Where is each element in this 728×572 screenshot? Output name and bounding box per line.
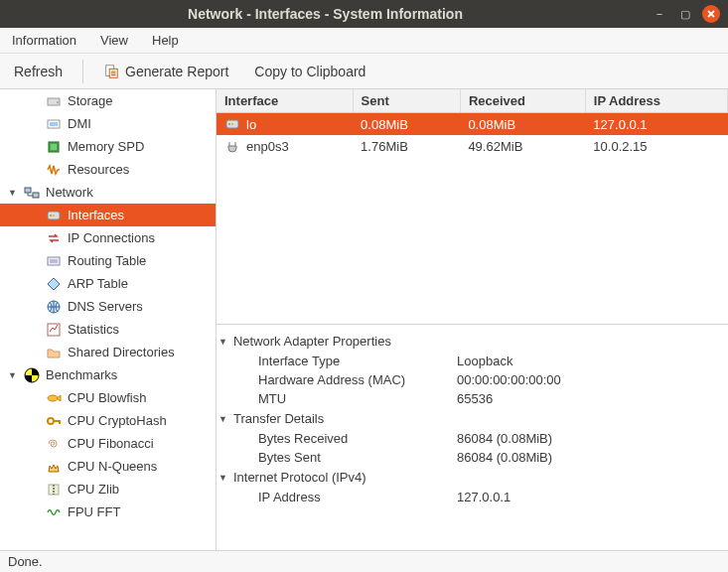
sidebar-item-fpu-fft[interactable]: FPU FFT — [0, 500, 216, 523]
zip-icon — [46, 482, 62, 498]
sidebar-item-interfaces[interactable]: Interfaces — [0, 204, 216, 226]
drive-icon — [46, 93, 62, 109]
sidebar-item-statistics[interactable]: Statistics — [0, 318, 216, 341]
sidebar-item-label: FPU FFT — [68, 504, 120, 519]
disclosure-triangle-icon: ▼ — [218, 473, 227, 483]
svg-rect-7 — [51, 144, 57, 150]
folder-icon — [46, 345, 62, 360]
sidebar-item-cpu-blowfish[interactable]: CPU Blowfish — [0, 386, 216, 409]
status-text: Done. — [8, 554, 43, 569]
arrows-icon — [46, 230, 62, 246]
sidebar-item-cpu-n-queens[interactable]: CPU N-Queens — [0, 455, 216, 478]
refresh-button[interactable]: Refresh — [8, 60, 69, 83]
property-row: MTU65536 — [218, 389, 726, 408]
properties-pane[interactable]: ▼Network Adapter PropertiesInterface Typ… — [217, 325, 728, 550]
table-row[interactable]: lo0.08MiB0.08MiB127.0.0.1 — [217, 113, 728, 136]
nic-icon — [46, 208, 62, 223]
expander-icon: ▼ — [8, 188, 18, 198]
sidebar-item-label: CPU Blowfish — [68, 390, 146, 405]
menubar: Information View Help — [0, 28, 728, 54]
generate-report-button[interactable]: Generate Report — [97, 60, 234, 83]
property-group-header[interactable]: ▼Internet Protocol (IPv4) — [218, 467, 726, 488]
sidebar-item-dns-servers[interactable]: DNS Servers — [0, 295, 216, 318]
sidebar-item-dmi[interactable]: DMI — [0, 112, 216, 135]
svg-rect-5 — [50, 122, 58, 126]
spiral-icon — [46, 436, 62, 452]
sidebar-item-network[interactable]: ▼Network — [0, 181, 216, 204]
expander-icon: ▼ — [8, 370, 18, 380]
bench-icon — [24, 367, 40, 383]
svg-point-20 — [48, 418, 54, 424]
property-group-header[interactable]: ▼Network Adapter Properties — [218, 331, 726, 352]
toolbar: Refresh Generate Report Copy to Clipboar… — [0, 54, 728, 89]
sidebar-item-label: Storage — [68, 93, 113, 108]
sidebar-item-benchmarks[interactable]: ▼Benchmarks — [0, 363, 216, 386]
copy-clipboard-button[interactable]: Copy to Clipboard — [248, 60, 371, 83]
sidebar-item-label: CPU Zlib — [68, 482, 119, 497]
sidebar-item-memory-spd[interactable]: Memory SPD — [0, 135, 216, 158]
property-group-header[interactable]: ▼Transfer Details — [218, 408, 726, 429]
svg-point-11 — [50, 214, 52, 216]
interface-table: Interface Sent Received IP Address lo0.0… — [217, 89, 728, 157]
col-sent[interactable]: Sent — [353, 89, 460, 113]
col-received[interactable]: Received — [460, 89, 585, 113]
menu-information[interactable]: Information — [8, 31, 80, 50]
sidebar-item-label: IP Connections — [68, 230, 155, 245]
chip-icon — [46, 139, 62, 155]
fish-icon — [46, 390, 62, 406]
sidebar-item-label: CPU Fibonacci — [68, 436, 154, 451]
sidebar-item-cpu-cryptohash[interactable]: CPU CryptoHash — [0, 409, 216, 432]
disclosure-triangle-icon: ▼ — [218, 337, 227, 347]
svg-rect-16 — [48, 324, 60, 336]
col-interface[interactable]: Interface — [217, 89, 353, 113]
stats-icon — [46, 322, 62, 338]
sidebar-item-ip-connections[interactable]: IP Connections — [0, 226, 216, 249]
svg-marker-14 — [48, 278, 60, 290]
arp-icon — [46, 276, 62, 292]
interface-table-wrap[interactable]: Interface Sent Received IP Address lo0.0… — [217, 89, 728, 325]
sidebar-item-cpu-fibonacci[interactable]: CPU Fibonacci — [0, 432, 216, 455]
col-ip[interactable]: IP Address — [585, 89, 727, 113]
sidebar[interactable]: StorageDMIMemory SPDResources▼NetworkInt… — [0, 89, 217, 550]
window-title: Network - Interfaces - System Informatio… — [8, 6, 643, 22]
sidebar-item-label: Shared Directories — [68, 345, 175, 359]
minimize-button[interactable]: − — [651, 5, 668, 23]
sidebar-item-label: Benchmarks — [46, 367, 117, 382]
menu-view[interactable]: View — [96, 31, 132, 50]
property-row: IP Address127.0.0.1 — [218, 488, 726, 506]
close-button[interactable] — [702, 5, 720, 23]
content: StorageDMIMemory SPDResources▼NetworkInt… — [0, 89, 728, 550]
titlebar: Network - Interfaces - System Informatio… — [0, 0, 728, 28]
network-icon — [24, 185, 40, 201]
globe-icon — [46, 299, 62, 315]
sidebar-item-label: DNS Servers — [68, 299, 143, 314]
sidebar-item-cpu-zlib[interactable]: CPU Zlib — [0, 478, 216, 500]
sidebar-item-label: Resources — [68, 162, 129, 177]
table-row[interactable]: enp0s31.76MiB49.62MiB10.0.2.15 — [217, 135, 728, 157]
svg-point-3 — [57, 101, 59, 103]
sidebar-item-label: ARP Table — [68, 276, 128, 291]
sidebar-item-label: Interfaces — [68, 208, 124, 222]
svg-marker-19 — [57, 395, 61, 401]
sidebar-item-shared-directories[interactable]: Shared Directories — [0, 341, 216, 363]
maximize-button[interactable]: ▢ — [676, 5, 694, 23]
property-row: Interface TypeLoopback — [218, 352, 726, 370]
nic-icon — [224, 138, 240, 154]
svg-point-23 — [228, 123, 230, 125]
sidebar-item-routing-table[interactable]: Routing Table — [0, 249, 216, 272]
sidebar-item-arp-table[interactable]: ARP Table — [0, 272, 216, 295]
key-icon — [46, 413, 62, 429]
sidebar-item-resources[interactable]: Resources — [0, 158, 216, 181]
wave-icon — [46, 504, 62, 520]
dmi-icon — [46, 116, 62, 132]
sidebar-item-storage[interactable]: Storage — [0, 89, 216, 112]
property-row: Hardware Address (MAC)00:00:00:00:00:00 — [218, 370, 726, 389]
sidebar-item-label: Memory SPD — [68, 139, 144, 154]
queen-icon — [46, 459, 62, 475]
route-icon — [46, 253, 62, 269]
disclosure-triangle-icon: ▼ — [218, 414, 227, 424]
sidebar-item-label: Statistics — [68, 322, 119, 337]
menu-help[interactable]: Help — [148, 31, 183, 50]
sidebar-item-label: CPU CryptoHash — [68, 413, 167, 428]
svg-point-24 — [231, 123, 233, 125]
